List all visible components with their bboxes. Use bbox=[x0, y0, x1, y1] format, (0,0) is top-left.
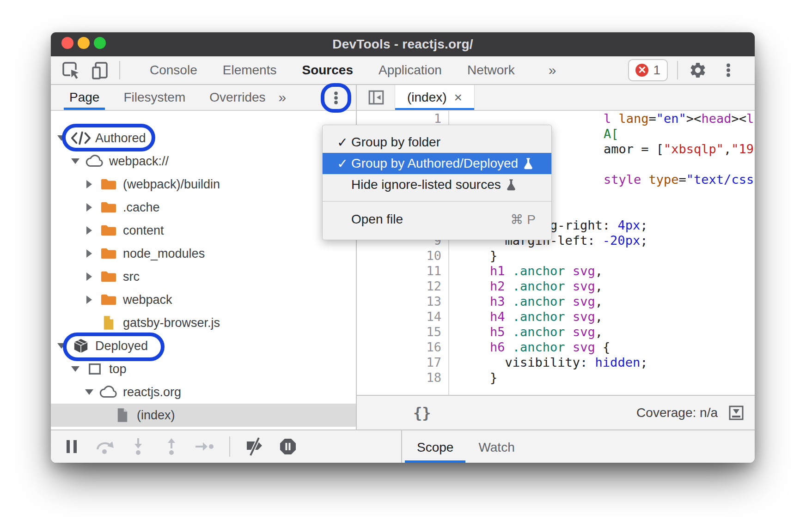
tree-item-reactjs-org[interactable]: reactjs.org bbox=[51, 381, 356, 404]
code-line-content: } bbox=[441, 370, 497, 385]
step-icon[interactable] bbox=[194, 436, 215, 457]
more-panels-button[interactable]: » bbox=[549, 62, 556, 78]
tab-application[interactable]: Application bbox=[379, 63, 442, 78]
line-number[interactable]: 16 bbox=[357, 339, 441, 355]
menu-item-group-by-folder[interactable]: ✓Group by folder bbox=[323, 132, 551, 153]
inspect-element-icon[interactable] bbox=[60, 60, 81, 81]
more-navigator-tabs-button[interactable]: » bbox=[279, 90, 287, 105]
minimize-window-button[interactable] bbox=[78, 37, 90, 49]
twisty-collapsed-icon[interactable] bbox=[82, 180, 96, 188]
tree-item-top[interactable]: top bbox=[51, 357, 356, 381]
experiment-flask-icon bbox=[505, 178, 518, 192]
debugger-bar: ScopeWatch bbox=[51, 429, 755, 463]
settings-gear-icon[interactable] bbox=[687, 60, 708, 81]
step-over-icon[interactable] bbox=[94, 436, 116, 457]
zoom-window-button[interactable] bbox=[94, 37, 106, 49]
tree-item-webpack[interactable]: webpack bbox=[51, 288, 356, 311]
menu-item-label: Group by Authored/Deployed bbox=[351, 156, 518, 171]
line-number[interactable]: 12 bbox=[357, 278, 441, 294]
tree-item-src[interactable]: src bbox=[51, 265, 356, 288]
close-tab-icon[interactable]: × bbox=[454, 91, 463, 104]
code-line-content: h1 .anchor svg, bbox=[441, 263, 603, 278]
toolbar-divider bbox=[119, 61, 120, 79]
close-window-button[interactable] bbox=[61, 37, 73, 49]
tree-item-authored[interactable]: Authored bbox=[51, 127, 356, 150]
collapse-sidebar-icon[interactable] bbox=[366, 87, 386, 108]
line-number[interactable]: 10 bbox=[357, 248, 441, 263]
tab-sources[interactable]: Sources bbox=[302, 63, 353, 78]
twisty-expanded-icon[interactable] bbox=[68, 158, 82, 164]
twisty-expanded-icon[interactable] bbox=[55, 343, 68, 349]
cloud-icon bbox=[96, 385, 121, 399]
line-number[interactable]: 17 bbox=[357, 355, 441, 370]
tree-item-webpack[interactable]: webpack:// bbox=[51, 150, 356, 173]
navigator-tab-filesystem[interactable]: Filesystem bbox=[118, 85, 191, 110]
tab-console[interactable]: Console bbox=[150, 63, 197, 78]
editor-tabbar: (index) × bbox=[357, 85, 755, 111]
line-number[interactable]: 15 bbox=[357, 324, 441, 339]
twisty-expanded-icon[interactable] bbox=[82, 389, 96, 395]
tree-item-label: (webpack)/buildin bbox=[123, 177, 220, 192]
tree-item-webpack-buildin[interactable]: (webpack)/buildin bbox=[51, 173, 356, 196]
line-number[interactable]: 18 bbox=[357, 370, 441, 385]
menu-item-label: Group by folder bbox=[351, 135, 440, 150]
navigator-tab-page[interactable]: Page bbox=[64, 85, 105, 110]
step-out-icon[interactable] bbox=[161, 436, 182, 457]
step-into-icon[interactable] bbox=[128, 436, 149, 457]
file-icon bbox=[110, 407, 135, 423]
coverage-panel-icon[interactable] bbox=[728, 405, 745, 421]
menu-item-hide-ignore-listed-sources[interactable]: Hide ignore-listed sources bbox=[323, 174, 551, 195]
tree-item-index[interactable]: (index) bbox=[51, 404, 356, 427]
navigator-more-menu-button[interactable] bbox=[326, 88, 346, 108]
code-line-content: h4 .anchor svg, bbox=[441, 309, 603, 324]
debugger-tab-scope[interactable]: Scope bbox=[405, 432, 465, 463]
debugger-tab-watch[interactable]: Watch bbox=[466, 432, 526, 463]
code-line: 13 h3 .anchor svg, bbox=[357, 294, 755, 309]
deactivate-breakpoints-icon[interactable] bbox=[244, 436, 265, 457]
twisty-collapsed-icon[interactable] bbox=[82, 272, 96, 281]
navigator-tabs: PageFilesystemOverrides bbox=[51, 85, 271, 110]
code-line: 14 h4 .anchor svg, bbox=[357, 309, 755, 324]
editor-tab-label: (index) bbox=[407, 90, 447, 105]
menu-item-open-file[interactable]: Open file⌘ P bbox=[323, 207, 551, 231]
tab-elements[interactable]: Elements bbox=[223, 63, 277, 78]
code-line-content: A[ bbox=[604, 126, 619, 141]
tree-item-label: node_modules bbox=[123, 247, 205, 261]
code-line-content: h6 .anchor svg { bbox=[441, 339, 610, 355]
code-line-content: h2 .anchor svg, bbox=[441, 278, 603, 294]
line-number[interactable]: 1 bbox=[357, 111, 441, 126]
menu-item-group-by-authored-deployed[interactable]: ✓Group by Authored/Deployed bbox=[323, 153, 551, 174]
experiment-flask-icon bbox=[522, 157, 535, 170]
error-badge[interactable]: ✕ 1 bbox=[628, 59, 668, 81]
debugger-toolbar bbox=[51, 430, 402, 463]
pretty-print-icon[interactable]: {} bbox=[413, 404, 431, 422]
twisty-collapsed-icon[interactable] bbox=[82, 203, 96, 212]
pause-script-icon[interactable] bbox=[61, 436, 82, 457]
line-number[interactable]: 14 bbox=[357, 309, 441, 324]
tree-item-cache[interactable]: .cache bbox=[51, 196, 356, 219]
twisty-collapsed-icon[interactable] bbox=[82, 296, 96, 304]
tree-item-deployed[interactable]: Deployed bbox=[51, 334, 356, 357]
twisty-collapsed-icon[interactable] bbox=[82, 226, 96, 235]
more-options-icon[interactable] bbox=[718, 60, 739, 81]
navigator-more-menu: ✓Group by folder✓Group by Authored/Deplo… bbox=[322, 125, 552, 240]
file-tree: Authoredwebpack://(webpack)/buildin.cach… bbox=[51, 111, 356, 429]
tab-network[interactable]: Network bbox=[467, 63, 515, 78]
navigator-tab-overrides[interactable]: Overrides bbox=[204, 85, 271, 110]
tree-item-node-modules[interactable]: node_modules bbox=[51, 242, 356, 265]
line-number[interactable]: 13 bbox=[357, 294, 441, 309]
pause-on-exceptions-icon[interactable] bbox=[277, 436, 299, 457]
code-line: 15 h5 .anchor svg, bbox=[357, 324, 755, 339]
twisty-expanded-icon[interactable] bbox=[55, 135, 68, 141]
device-toolbar-icon[interactable] bbox=[90, 60, 111, 81]
tree-item-gatsby-browser-js[interactable]: gatsby-browser.js bbox=[51, 311, 356, 334]
twisty-collapsed-icon[interactable] bbox=[82, 249, 96, 258]
twisty-expanded-icon[interactable] bbox=[68, 366, 82, 372]
toolbar-divider bbox=[677, 61, 678, 79]
editor-tab-index[interactable]: (index) × bbox=[395, 85, 475, 110]
tree-item-content[interactable]: content bbox=[51, 219, 356, 242]
debugger-sidebar: ScopeWatch bbox=[403, 430, 755, 463]
code-line: 16 h6 .anchor svg { bbox=[357, 339, 755, 355]
debugger-tabs: ScopeWatch bbox=[403, 430, 527, 463]
line-number[interactable]: 11 bbox=[357, 263, 441, 278]
